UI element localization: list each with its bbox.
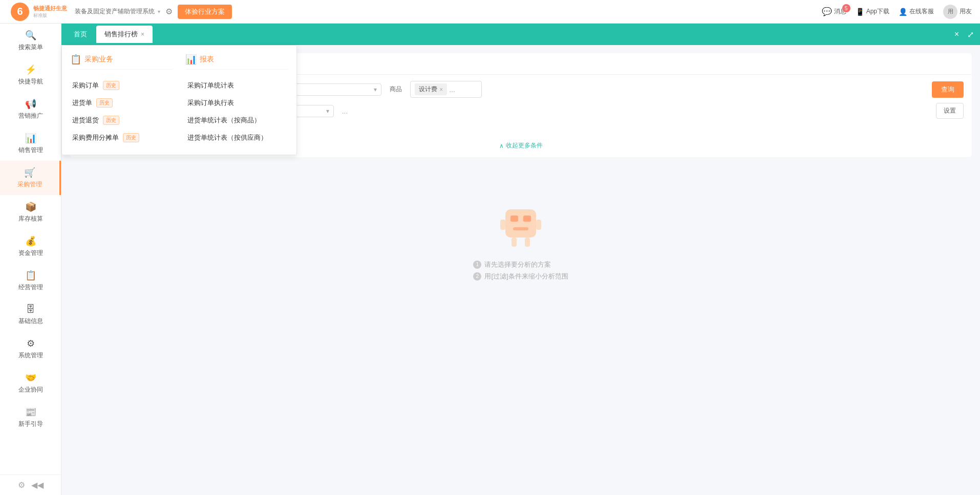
report-order-exec-item[interactable]: 采购订单执行表	[185, 94, 288, 112]
industry-button[interactable]: 体验行业方案	[178, 5, 232, 19]
purchase-return-history: 历史	[103, 116, 119, 125]
empty-text-2: 用[过滤]条件来缩小分析范围	[484, 270, 568, 282]
purchase-order-history: 历史	[103, 81, 119, 90]
purchase-icon: 🛒	[24, 167, 35, 178]
app-download-button[interactable]: 📱 App下载	[856, 7, 889, 16]
empty-state: 1 请先选择要分析的方案 2 用[过滤]条件来缩小分析范围	[70, 163, 972, 324]
collapse-label: 收起更多条件	[506, 141, 543, 150]
salesperson-dots[interactable]: ...	[342, 107, 348, 115]
goods-tag: 设计费 ×	[415, 83, 447, 95]
svg-rect-6	[512, 238, 517, 247]
report-order-stat-label: 采购订单统计表	[187, 81, 234, 90]
username-label: 用友	[960, 7, 972, 16]
app-download-label: App下载	[866, 7, 889, 16]
base-icon: 🗄	[26, 304, 35, 315]
sidebar-item-fund[interactable]: 💰 资金管理	[0, 229, 61, 264]
svg-rect-5	[536, 220, 541, 230]
empty-text-1: 请先选择要分析的方案	[484, 259, 551, 270]
sidebar-label-fund: 资金管理	[18, 249, 43, 257]
sidebar-label-operation: 经营管理	[18, 283, 43, 292]
avatar: 用	[943, 5, 957, 19]
sidebar-label-inventory: 库存核算	[18, 214, 43, 223]
svg-rect-0	[505, 209, 536, 238]
online-service-button[interactable]: 👤 在线客服	[899, 7, 934, 16]
tab-bar-actions: × ⤢	[952, 28, 976, 41]
sidebar-item-system[interactable]: ⚙ 系统管理	[0, 332, 61, 366]
report-incoming-goods-label: 进货单统计表（按商品）	[187, 116, 261, 125]
enterprise-icon: 🤝	[25, 372, 36, 383]
sidebar-item-operation[interactable]: 📋 经营管理	[0, 264, 61, 298]
settings-button[interactable]: 设置	[936, 103, 964, 119]
sidebar-label-purchase: 采购管理	[17, 180, 42, 189]
goods-label: 商品	[390, 85, 402, 94]
search-icon: 🔍	[25, 30, 36, 41]
service-icon: 👤	[899, 8, 907, 16]
marketing-icon: 📢	[25, 98, 36, 110]
salesperson-dropdown-icon[interactable]: ▾	[326, 107, 329, 115]
filter-actions: 查询	[932, 81, 964, 98]
tab-expand-button[interactable]: ⤢	[965, 28, 976, 41]
report-incoming-goods-item[interactable]: 进货单统计表（按商品）	[185, 112, 288, 129]
query-button[interactable]: 查询	[932, 81, 964, 98]
logo-area: 6 畅捷通好生意 标准版	[8, 3, 70, 21]
purchase-expense-history: 历史	[123, 133, 139, 142]
purchase-incoming-label: 进货单	[72, 98, 92, 107]
status-dropdown-icon[interactable]: ▾	[374, 86, 377, 93]
top-bar-right: 💬 5 消息 📱 App下载 👤 在线客服 用 用友	[822, 5, 972, 19]
report-order-stat-item[interactable]: 采购订单统计表	[185, 77, 288, 94]
purchase-order-item[interactable]: 采购订单 历史	[70, 77, 173, 94]
sidebar-collapse-icon[interactable]: ◀◀	[31, 480, 44, 490]
collapse-up-icon: ∧	[499, 142, 504, 149]
svg-rect-2	[523, 216, 531, 222]
sidebar-label-sales: 销售管理	[18, 146, 43, 155]
system-name-area: 装备及固定资产辅助管理系统 ▾	[75, 7, 160, 16]
sidebar-item-sales[interactable]: 📊 销售管理	[0, 126, 61, 161]
logo-name: 畅捷通好生意	[33, 5, 67, 12]
tab-close-icon[interactable]: ×	[141, 31, 144, 38]
system-dropdown-icon[interactable]: ▾	[158, 9, 160, 14]
goods-dots[interactable]: ...	[449, 85, 455, 94]
sidebar: 🔍 搜索菜单 ⚡ 快捷导航 📢 营销推广 📊 销售管理 🛒 采购管理 📦	[0, 24, 61, 495]
purchase-dropdown-menu: 📋 采购业务 采购订单 历史 进货单 历史 进货退货 历史 采购费用分摊单 历史…	[61, 45, 297, 155]
sidebar-label-base: 基础信息	[18, 317, 43, 326]
sidebar-item-enterprise[interactable]: 🤝 企业协同	[0, 366, 61, 400]
purchase-col: 📋 采购业务 采购订单 历史 进货单 历史 进货退货 历史 采购费用分摊单 历史	[70, 54, 173, 146]
logo-icon: 6	[11, 3, 29, 21]
report-col: 📊 报表 采购订单统计表 采购订单执行表 进货单统计表（按商品） 进货单统计表（…	[185, 54, 288, 146]
report-incoming-supplier-item[interactable]: 进货单统计表（按供应商）	[185, 129, 288, 146]
sidebar-item-newbie[interactable]: 📰 新手引导	[0, 400, 61, 435]
purchase-incoming-history: 历史	[96, 98, 113, 107]
sidebar-item-marketing[interactable]: 📢 营销推广	[0, 92, 61, 126]
top-bar: 6 畅捷通好生意 标准版 装备及固定资产辅助管理系统 ▾ ⚙ 体验行业方案 💬 …	[0, 0, 980, 24]
sidebar-item-quick-nav[interactable]: ⚡ 快捷导航	[0, 58, 61, 92]
sidebar-label-newbie: 新手引导	[18, 420, 43, 428]
report-col-icon: 📊	[185, 54, 197, 65]
tab-home[interactable]: 首页	[66, 26, 95, 43]
sidebar-item-search[interactable]: 🔍 搜索菜单	[0, 24, 61, 58]
purchase-incoming-item[interactable]: 进货单 历史	[70, 94, 173, 112]
step2-badge: 2	[473, 272, 481, 281]
sidebar-item-inventory[interactable]: 📦 库存核算	[0, 195, 61, 229]
tab-sales-rank[interactable]: 销售排行榜 ×	[96, 26, 153, 43]
purchase-return-label: 进货退货	[72, 116, 99, 125]
sidebar-item-base[interactable]: 🗄 基础信息	[0, 298, 61, 332]
message-button[interactable]: 💬 5 消息	[822, 7, 846, 16]
settings-icon[interactable]: ⚙	[165, 7, 173, 16]
sidebar-settings-icon[interactable]: ⚙	[18, 480, 25, 490]
step1-badge: 1	[473, 261, 481, 269]
sidebar-bottom: ⚙ ◀◀	[0, 475, 61, 495]
user-menu-button[interactable]: 用 用友	[943, 5, 972, 19]
purchase-expense-item[interactable]: 采购费用分摊单 历史	[70, 129, 173, 146]
svg-rect-7	[525, 238, 530, 247]
system-icon: ⚙	[27, 338, 35, 349]
tab-close-all-button[interactable]: ×	[952, 28, 961, 41]
system-name: 装备及固定资产辅助管理系统	[75, 7, 155, 16]
report-order-exec-label: 采购订单执行表	[187, 98, 234, 107]
goods-tag-remove[interactable]: ×	[439, 86, 443, 93]
report-col-label: 报表	[200, 55, 214, 64]
sales-icon: 📊	[25, 133, 36, 144]
online-service-label: 在线客服	[909, 7, 934, 16]
purchase-return-item[interactable]: 进货退货 历史	[70, 112, 173, 129]
sidebar-item-purchase[interactable]: 🛒 采购管理	[0, 161, 61, 195]
empty-robot-svg	[495, 204, 546, 250]
